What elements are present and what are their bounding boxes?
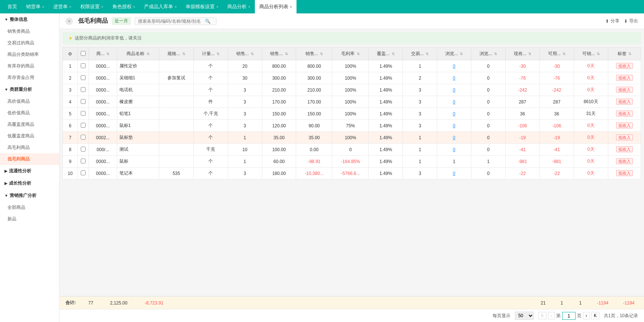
row-browse1[interactable]: 0	[437, 120, 471, 132]
nav-product-entry[interactable]: 产成品入库单 ×	[140, 0, 181, 13]
export-button[interactable]: ⬇ 导出	[624, 18, 638, 24]
per-page-label: 每页显示	[493, 313, 510, 319]
row-num: 7	[63, 132, 78, 144]
nav-permission[interactable]: 权限设置 ×	[76, 0, 108, 13]
table-row: 9 0000... 鼠标 个 1 60.00 -98.91 -164.85% 1…	[63, 156, 641, 168]
sidebar-item-high-value[interactable]: 高价值商品	[0, 96, 59, 107]
sidebar-item-all-goods[interactable]: 全部商品	[0, 202, 59, 213]
collapse-button[interactable]: «	[65, 17, 73, 25]
row-checkbox[interactable]	[78, 96, 89, 108]
sidebar-item-low-margin[interactable]: 低毛利商品	[0, 153, 59, 165]
search-icon[interactable]: 🔍	[205, 19, 211, 24]
per-page-select[interactable]: 50 100 200	[515, 312, 534, 320]
col-stock1[interactable]: 现有... ⇅	[505, 48, 539, 60]
row-browse1[interactable]: 0	[437, 108, 471, 120]
col-unit[interactable]: 计量... ⇅	[193, 48, 228, 60]
sidebar-item-low-value[interactable]: 低价值商品	[0, 107, 59, 119]
sidebar-section-overall[interactable]: ▼ 整体信息	[0, 13, 59, 26]
date-filter-tag[interactable]: 近一月	[112, 17, 131, 25]
row-browse1[interactable]: 0	[437, 144, 471, 156]
row-checkbox[interactable]	[78, 60, 89, 72]
close-icon[interactable]: ×	[216, 5, 218, 9]
col-days[interactable]: 可销... ⇅	[574, 48, 608, 60]
row-rate: -5766.6...	[332, 168, 369, 179]
close-icon[interactable]: ×	[290, 5, 292, 9]
col-code[interactable]: 商... ⇅	[89, 48, 117, 60]
row-trade: 3	[403, 120, 437, 132]
col-browse2[interactable]: 浏览... ⇅	[471, 48, 506, 60]
share-icon: ⬆	[605, 19, 609, 24]
row-stock2: 287	[539, 96, 574, 108]
close-icon[interactable]: ×	[133, 5, 135, 9]
low-income-tag: 低收入	[616, 158, 633, 164]
nav-home[interactable]: 首页	[3, 0, 22, 13]
col-coverage[interactable]: 覆盖... ⇅	[369, 48, 403, 60]
row-checkbox[interactable]	[78, 72, 89, 84]
nav-role[interactable]: 角色授权 ×	[108, 0, 140, 13]
close-icon[interactable]: ×	[174, 5, 177, 9]
row-browse2: 0	[471, 120, 506, 132]
col-tag[interactable]: 标签 ⇅	[608, 48, 641, 60]
share-button[interactable]: ⬆ 分享	[605, 18, 619, 24]
col-sales-amount[interactable]: 销售... ⇅	[262, 48, 296, 60]
col-browse1[interactable]: 浏览... ⇅	[437, 48, 471, 60]
col-sales-profit[interactable]: 销售... ⇅	[296, 48, 332, 60]
low-income-tag: 低收入	[616, 99, 633, 105]
nav-product-analysis[interactable]: 商品分析 ×	[223, 0, 255, 13]
row-checkbox[interactable]	[78, 168, 89, 179]
row-checkbox[interactable]	[78, 108, 89, 120]
row-checkbox[interactable]	[78, 144, 89, 156]
nav-sales[interactable]: 销货单 ×	[22, 0, 49, 13]
sidebar-section-cluster[interactable]: ▼ 类群重分析	[0, 83, 59, 96]
close-icon[interactable]: ×	[69, 5, 71, 9]
chevron-down-icon: ▼	[4, 194, 8, 198]
row-checkbox[interactable]	[78, 84, 89, 96]
row-browse1[interactable]: 0	[437, 96, 471, 108]
col-gross-rate[interactable]: 毛利率 ⇅	[332, 48, 369, 60]
nav-purchase[interactable]: 进货单 ×	[49, 0, 76, 13]
col-settings[interactable]: ⚙	[63, 48, 78, 60]
sidebar-item-new-goods[interactable]: 新品	[0, 213, 59, 225]
sidebar-item-high-coverage[interactable]: 高覆盖度商品	[0, 119, 59, 130]
col-sales-qty[interactable]: 销售... ⇅	[228, 48, 262, 60]
sidebar-item-low-coverage[interactable]: 低覆盖度商品	[0, 130, 59, 142]
close-icon[interactable]: ×	[42, 5, 44, 9]
row-num: 2	[63, 72, 78, 84]
row-checkbox[interactable]	[78, 132, 89, 144]
search-input[interactable]	[138, 19, 205, 24]
row-browse1[interactable]: 0	[437, 168, 471, 179]
col-name[interactable]: 商品名称 ⇅	[117, 48, 159, 60]
row-checkbox[interactable]	[78, 120, 89, 132]
sidebar-item-traded-goods[interactable]: 交易过的商品	[0, 37, 59, 49]
close-icon[interactable]: ×	[101, 5, 103, 9]
sidebar-section-marketing[interactable]: ▼ 营销推广分析	[0, 189, 59, 202]
sidebar-section-flow[interactable]: ▶ 流通性分析	[0, 165, 59, 177]
select-all-checkbox[interactable]	[81, 51, 86, 56]
col-spec[interactable]: 规格... ⇅	[159, 48, 193, 60]
nav-template[interactable]: 单据模板设置 ×	[181, 0, 223, 13]
sidebar-item-sales-goods[interactable]: 销售类商品	[0, 26, 59, 37]
col-stock2[interactable]: 可用... ⇅	[539, 48, 574, 60]
row-checkbox[interactable]	[78, 156, 89, 168]
sidebar-item-high-margin[interactable]: 高毛利商品	[0, 142, 59, 153]
row-browse1[interactable]: 0	[437, 72, 471, 84]
next-button[interactable]: ›	[583, 312, 590, 319]
row-browse1[interactable]: 0	[437, 84, 471, 96]
footer-browse1: 1	[556, 300, 567, 306]
row-qty: 3	[228, 168, 262, 179]
sidebar-section-growth[interactable]: ▶ 成长性分析	[0, 177, 59, 189]
col-select-all[interactable]	[78, 48, 89, 60]
last-page-button[interactable]: K	[591, 312, 599, 319]
footer-stock2: -1194	[619, 300, 638, 306]
sidebar-item-category-rate[interactable]: 商品分类助销率	[0, 49, 59, 60]
close-icon[interactable]: ×	[248, 5, 250, 9]
row-browse1[interactable]: 0	[437, 60, 471, 72]
col-trade[interactable]: 交易... ⇅	[403, 48, 437, 60]
nav-analysis-list[interactable]: 商品分析列表 ×	[255, 0, 297, 13]
prev-page-button[interactable]: K	[538, 312, 547, 319]
prev-button[interactable]: ‹	[548, 312, 555, 319]
page-number-input[interactable]	[562, 312, 576, 320]
row-browse1[interactable]: 0	[437, 132, 471, 144]
sidebar-item-capital[interactable]: 库存资金占用	[0, 72, 59, 83]
sidebar-item-in-stock[interactable]: 有库存的商品	[0, 60, 59, 72]
